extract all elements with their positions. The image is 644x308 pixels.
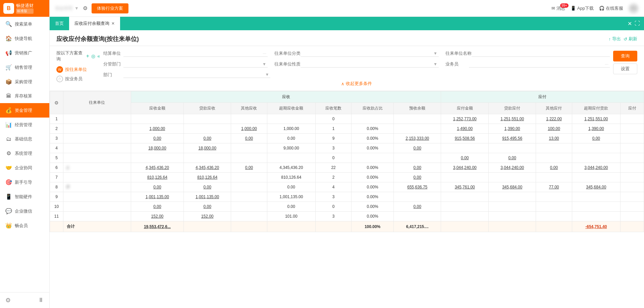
sidebar-item-enterprise[interactable]: 🤝 企业协同: [0, 161, 49, 175]
row-ar-amount[interactable]: 1,001,135.00: [131, 192, 183, 202]
collapse-button[interactable]: ∧ 收起更多条件: [341, 81, 372, 87]
row-ar-loan[interactable]: 18,000.00: [183, 143, 231, 153]
row-ap-loan[interactable]: 3,044,240.00: [488, 163, 536, 173]
row-ap-amount[interactable]: 0.00: [441, 153, 488, 163]
row-ar-amount[interactable]: 0.00: [131, 134, 183, 143]
row-ap-overdue[interactable]: 3,044,240.00: [572, 163, 620, 173]
sidebar-item-inventory[interactable]: 🏛 库存核算: [0, 89, 49, 103]
row-ap-loan[interactable]: 1,390.00: [488, 124, 536, 134]
app-download-button[interactable]: 📱 App下载: [571, 5, 594, 11]
dept2-chevron-icon[interactable]: ▼: [265, 72, 269, 77]
row-ar-loan[interactable]: 0.00: [183, 134, 231, 143]
row-ap-other[interactable]: 0.00: [536, 163, 572, 173]
row-ap-amount[interactable]: 1,490.00: [441, 124, 488, 134]
scheme-inactive-icon: ⏱: [56, 76, 63, 82]
row-ar-loan[interactable]: 0.00: [183, 202, 231, 212]
row-ap-other[interactable]: 13.00: [536, 134, 572, 143]
sidebar-item-operations[interactable]: 📊 经营管理: [0, 118, 49, 132]
row-ar-amount[interactable]: 18,000.00: [131, 143, 183, 153]
query-button[interactable]: 查询: [613, 51, 637, 61]
sidebar-item-system[interactable]: ⚙ 系统管理: [0, 146, 49, 161]
sidebar-item-guide[interactable]: 🎯 新手引导: [0, 175, 49, 189]
tab-close-all-icon[interactable]: ✕: [628, 20, 632, 27]
settings-footer-icon[interactable]: ⚙: [5, 297, 11, 304]
row-ar-amount[interactable]: 4,345,436.20: [131, 163, 183, 173]
row-ar-loan[interactable]: 810,126.64: [183, 173, 231, 182]
row-ap-other[interactable]: 77.00: [536, 182, 572, 192]
row-ar-amount[interactable]: 0.00: [131, 202, 183, 212]
total-ar-total[interactable]: 19,553,472,6...: [131, 221, 183, 232]
jiesuan-dots-icon[interactable]: ···: [263, 51, 266, 56]
row-ar-amount[interactable]: 152.00: [131, 212, 183, 221]
collapse-footer-icon[interactable]: ⏸: [38, 297, 44, 304]
row-prepay[interactable]: 0.00: [394, 202, 441, 212]
scheme-settings-icon[interactable]: ◎: [91, 53, 95, 59]
row-prepay[interactable]: 655,636.75: [394, 182, 441, 192]
row-ar-amount[interactable]: 1,000.00: [131, 124, 183, 134]
row-ap-amount[interactable]: 1,252,773.00: [441, 114, 488, 124]
row-ap-overdue[interactable]: 1,251,551.00: [572, 114, 620, 124]
row-ap-loan[interactable]: 915,495.56: [488, 134, 536, 143]
sidebar-item-basic[interactable]: 🗂 基础信息: [0, 132, 49, 146]
row-ap-loan[interactable]: 345,684.00: [488, 182, 536, 192]
scheme-item-by-partner[interactable]: W 按往来单位: [56, 65, 100, 74]
row-prepay[interactable]: 2,153,333.00: [394, 134, 441, 143]
row-ap-other[interactable]: 1,222.00: [536, 114, 572, 124]
row-prepay[interactable]: 0.00: [394, 173, 441, 182]
row-ap-overdue[interactable]: 1,390.00: [572, 124, 620, 134]
salesperson-dots-icon[interactable]: ···: [605, 61, 608, 67]
sidebar-item-marketing[interactable]: 📢 营销推广: [0, 46, 49, 60]
jiesuan-input[interactable]: [125, 51, 263, 56]
tab-ar-ap[interactable]: 应收应付余额查询 ✕: [69, 17, 120, 30]
tab-close-icon[interactable]: ✕: [111, 21, 115, 26]
sidebar-item-sales[interactable]: 🛒 销售管理: [0, 60, 49, 75]
table-settings-icon[interactable]: ⚙: [54, 100, 59, 105]
row-ap-amount[interactable]: 915,508.56: [441, 134, 488, 143]
sidebar-item-quick-nav[interactable]: 🏠 快捷导航: [0, 31, 49, 46]
row-prepay[interactable]: 0.00: [394, 143, 441, 153]
row-ap-other[interactable]: 100.00: [536, 124, 572, 134]
promo-button[interactable]: 体验行业方案: [92, 3, 128, 13]
row-prepay: [394, 124, 441, 134]
row-ap-amount[interactable]: 3,044,240.00: [441, 163, 488, 173]
user-avatar[interactable]: Rit: [629, 3, 639, 13]
tab-expand-icon[interactable]: ⛶: [635, 20, 640, 27]
sidebar-item-member[interactable]: 👑 畅会员: [0, 218, 49, 233]
sidebar-item-search-menu[interactable]: 🔍 搜索菜单: [0, 17, 49, 31]
sidebar-item-hardware[interactable]: 📱 智能硬件: [0, 189, 49, 204]
scheme-item-by-staff[interactable]: ⏱ 按业务员: [56, 74, 100, 84]
partner-type-chevron-icon[interactable]: ▼: [433, 51, 437, 56]
row-ar-loan[interactable]: 4,345,436.20: [183, 163, 231, 173]
row-ar-loan[interactable]: 0.00: [183, 182, 231, 192]
total-ap-overdue[interactable]: -654,751.40: [572, 221, 620, 232]
refresh-button[interactable]: ↺ 刷新: [624, 36, 637, 42]
row-ar-amount[interactable]: 0.00: [131, 182, 183, 192]
online-service-button[interactable]: 🎧 在线客服: [599, 5, 623, 11]
sidebar-item-purchase[interactable]: 📦 采购管理: [0, 75, 49, 89]
settings-button[interactable]: 设置: [613, 63, 637, 74]
sidebar-item-wechat[interactable]: 💬 企业微信: [0, 204, 49, 218]
row-ap-amount[interactable]: 345,761.00: [441, 182, 488, 192]
partner-name-input[interactable]: [473, 51, 608, 56]
scheme-collapse-icon[interactable]: «: [97, 53, 100, 59]
row-prepay: [394, 192, 441, 202]
row-ar-other[interactable]: 1,000.00: [231, 124, 267, 134]
scheme-add-icon[interactable]: +: [86, 53, 89, 59]
row-ap-overdue[interactable]: 0.00: [572, 134, 620, 143]
dept-chevron-icon[interactable]: ▼: [262, 62, 266, 67]
row-prepay[interactable]: 0.00: [394, 163, 441, 173]
row-ar-loan[interactable]: 1,001,135.00: [183, 192, 231, 202]
row-ar-loan[interactable]: 152.00: [183, 212, 231, 221]
topbar-gear-icon[interactable]: ⚙: [83, 5, 88, 11]
row-ar-other[interactable]: 0.00: [231, 134, 267, 143]
row-ap-loan[interactable]: 0.00: [488, 153, 536, 163]
row-ar-amount[interactable]: 810,126.64: [131, 173, 183, 182]
export-button[interactable]: ↑ 导出: [609, 36, 621, 42]
message-button[interactable]: ✉ 消息 99+: [551, 5, 565, 11]
row-ap-loan[interactable]: 1,251,551.00: [488, 114, 536, 124]
partner-nature-chevron-icon[interactable]: ▼: [433, 62, 437, 67]
row-ap-overdue[interactable]: 345,684.00: [572, 182, 620, 192]
row-ar-other[interactable]: 0.00: [231, 163, 267, 173]
tab-home[interactable]: 首页: [50, 17, 69, 30]
sidebar-item-finance[interactable]: 💰 资金管理: [0, 103, 49, 118]
